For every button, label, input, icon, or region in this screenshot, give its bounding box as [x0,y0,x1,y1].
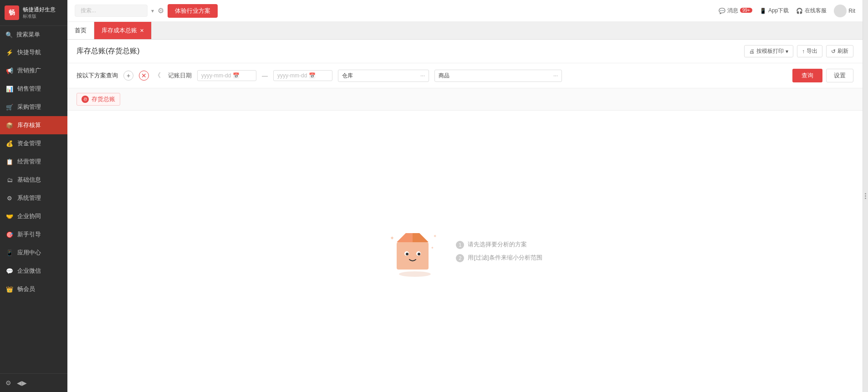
page-header-actions: 🖨 按模板打印 ▾ ↑ 导出 ↺ 刷新 [744,45,853,57]
sidebar: 畅 畅捷通好生意 标准版 🔍 搜索菜单 ⚡ 快捷导航 📢 营销推广 📊 销售管理… [0,0,67,392]
date-label: 记账日期 [168,71,192,80]
query-button[interactable]: 查询 [792,69,822,82]
app-center-icon: 📱 [5,249,14,257]
empty-illustration: ✦ ✦ ✦ [388,229,442,274]
topbar: 搜索... ▾ ⚙ 体验行业方案 💬 消息 99+ 📱 App下载 🎧 在线客服 [67,0,863,22]
tab-home[interactable]: 首页 [67,22,94,39]
svg-text:✦: ✦ [390,235,394,241]
goods-ellipsis-icon[interactable]: ··· [553,72,558,79]
sidebar-item-purchase[interactable]: 🛒 采购管理 [0,98,67,116]
search-icon: 🔍 [5,31,13,38]
sidebar-item-guide[interactable]: 🎯 新手引导 [0,225,67,244]
guide-icon: 🎯 [5,230,14,239]
svg-text:✦: ✦ [433,234,437,239]
sidebar-item-management[interactable]: 📋 经营管理 [0,153,67,171]
svg-rect-1 [397,242,429,270]
sidebar-item-marketing[interactable]: 📢 营销推广 [0,61,67,80]
settings-icon[interactable]: ⚙ [5,379,11,387]
tabs-bar: 首页 库存成本总账 ✕ [67,22,863,40]
svg-point-4 [406,253,408,255]
date-end-input[interactable]: yyyy-mm-dd 📅 [273,70,332,81]
filter-label: 按以下方案查询 [77,71,118,80]
headset-icon: 🎧 [796,8,803,14]
wechat-icon: 💬 [5,267,14,275]
sidebar-item-app-center[interactable]: 📱 应用中心 [0,244,67,262]
cooperation-icon: 🤝 [5,212,14,220]
sidebar-item-basic[interactable]: 🗂 基础信息 [0,171,67,189]
sales-icon: 📊 [5,85,14,93]
topbar-dropdown-arrow[interactable]: ▾ [151,8,154,14]
warehouse-select[interactable]: 仓库 ··· [338,70,429,82]
sidebar-item-sales[interactable]: 📊 销售管理 [0,80,67,98]
phone-icon: 📱 [760,8,766,14]
collapse-icon[interactable]: ◀▶ [17,379,27,387]
content-area: ✦ ✦ ✦ 1 请先选择要分析的方案 2 用[过滤]条件来缩小分析范围 [67,111,863,392]
sidebar-item-cooperation[interactable]: 🤝 企业协同 [0,207,67,225]
tab-inventory-ledger[interactable]: 库存成本总账 ✕ [94,22,152,39]
sidebar-item-inventory[interactable]: 📦 库存核算 [0,116,67,134]
purchase-icon: 🛒 [5,103,14,111]
filter-collapse-icon[interactable]: 《 [154,71,161,80]
industry-btn[interactable]: 体验行业方案 [168,4,218,18]
topbar-left: 搜索... ▾ ⚙ 体验行业方案 [75,4,715,18]
date-separator: — [262,72,268,79]
empty-state: ✦ ✦ ✦ 1 请先选择要分析的方案 2 用[过滤]条件来缩小分析范围 [388,229,542,274]
calendar-start-icon[interactable]: 📅 [233,72,240,79]
topbar-search-box[interactable]: 搜索... [75,5,148,17]
system-icon: ⚙ [5,194,14,202]
topbar-right: 💬 消息 99+ 📱 App下载 🎧 在线客服 Rit [719,5,855,17]
svg-point-0 [399,271,431,277]
sidebar-item-finance[interactable]: 💰 资金管理 [0,134,67,153]
step-2-circle: 2 [456,254,464,262]
print-button[interactable]: 🖨 按模板打印 ▾ [744,45,793,57]
avatar [834,5,847,17]
scheme-area: 存 存货总账 [67,88,863,111]
scheme-icon: 存 [82,96,89,103]
handle-dot-3 [865,198,866,199]
goods-select[interactable]: 商品 ··· [434,70,562,82]
svg-point-5 [418,253,420,255]
handle-dot-1 [865,193,866,194]
empty-step-2: 2 用[过滤]条件来缩小分析范围 [456,254,542,262]
online-service-item[interactable]: 🎧 在线客服 [796,7,827,15]
search-menu-item[interactable]: 🔍 搜索菜单 [0,26,67,43]
user-avatar-item[interactable]: Rit [834,5,855,17]
page-header: 库存总账(存货总账) 🖨 按模板打印 ▾ ↑ 导出 ↺ 刷新 [67,40,863,63]
svg-text:✦: ✦ [431,246,434,250]
date-start-input[interactable]: yyyy-mm-dd 📅 [197,70,256,81]
sidebar-footer: ⚙ ◀▶ [0,373,67,392]
topbar-gear-icon[interactable]: ⚙ [158,6,164,15]
export-button[interactable]: ↑ 导出 [797,45,822,57]
sidebar-item-vip[interactable]: 👑 畅会员 [0,280,67,298]
tab-close-icon[interactable]: ✕ [140,28,144,34]
message-item[interactable]: 💬 消息 99+ [719,7,752,15]
sidebar-item-quick-nav[interactable]: ⚡ 快捷导航 [0,43,67,61]
main-content: 搜索... ▾ ⚙ 体验行业方案 💬 消息 99+ 📱 App下载 🎧 在线客服 [67,0,863,392]
inventory-icon: 📦 [5,121,14,129]
scheme-item[interactable]: 存 存货总账 [77,93,120,106]
sidebar-item-system[interactable]: ⚙ 系统管理 [0,189,67,207]
message-icon: 💬 [719,8,725,14]
calendar-end-icon[interactable]: 📅 [309,72,316,79]
handle-dot-2 [865,195,866,197]
marketing-icon: 📢 [5,66,14,75]
sidebar-nav: ⚡ 快捷导航 📢 营销推广 📊 销售管理 🛒 采购管理 📦 库存核算 💰 资金管… [0,43,67,373]
finance-icon: 💰 [5,139,14,148]
filter-area: 按以下方案查询 + ✕ 《 记账日期 yyyy-mm-dd 📅 — yyyy-m… [67,63,863,88]
empty-messages: 1 请先选择要分析的方案 2 用[过滤]条件来缩小分析范围 [456,240,542,262]
quick-nav-icon: ⚡ [5,48,14,56]
empty-step-1: 1 请先选择要分析的方案 [456,240,542,249]
refresh-button[interactable]: ↺ 刷新 [826,45,853,57]
vip-icon: 👑 [5,285,14,293]
refresh-icon: ↺ [831,48,836,55]
step-1-circle: 1 [456,241,464,249]
sidebar-logo: 畅 畅捷通好生意 标准版 [0,0,67,26]
filter-add-button[interactable]: + [123,71,133,81]
page-title: 库存总账(存货总账) [77,46,140,56]
side-panel-handle[interactable] [863,0,868,392]
sidebar-item-wechat[interactable]: 💬 企业微信 [0,262,67,280]
settings-button[interactable]: 设置 [826,69,853,82]
filter-del-button[interactable]: ✕ [139,71,149,81]
warehouse-ellipsis-icon[interactable]: ··· [420,72,425,79]
app-download-item[interactable]: 📱 App下载 [760,7,789,15]
